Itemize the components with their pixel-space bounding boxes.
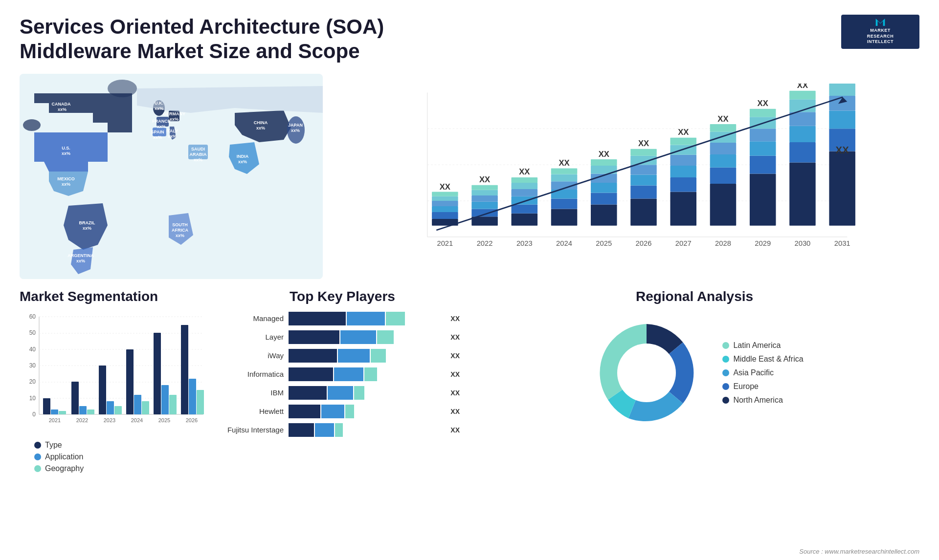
svg-rect-154 <box>169 395 177 414</box>
svg-rect-93 <box>750 108 776 117</box>
type-label: Type <box>45 441 62 450</box>
svg-text:XX: XX <box>836 145 850 155</box>
svg-rect-148 <box>126 349 134 414</box>
regional-analysis-section: Regional Analysis <box>470 289 919 474</box>
svg-rect-60 <box>591 204 617 225</box>
player-bar-segment <box>289 423 314 437</box>
player-bar <box>289 367 443 381</box>
svg-rect-68 <box>630 185 657 198</box>
legend-north-america: North America <box>722 396 803 405</box>
legend-asia-pacific: Asia Pacific <box>722 368 803 377</box>
svg-rect-100 <box>789 91 816 100</box>
europe-label: Europe <box>733 382 759 391</box>
saudi-label: SAUDI <box>191 147 205 151</box>
svg-rect-89 <box>750 155 776 173</box>
southafrica-label: SOUTH <box>172 222 188 227</box>
bottom-section: Market Segmentation 60 50 40 30 20 10 0 <box>20 289 919 474</box>
svg-text:xx%: xx% <box>62 182 70 187</box>
player-bar <box>289 330 443 344</box>
svg-rect-35 <box>432 201 458 206</box>
italy-label: ITALY <box>166 129 179 133</box>
svg-rect-144 <box>99 366 106 414</box>
player-name: Hewlett <box>225 407 284 415</box>
svg-text:60: 60 <box>29 313 36 320</box>
svg-text:xx%: xx% <box>238 159 247 164</box>
svg-text:XX: XX <box>678 128 689 137</box>
top-section: CANADA xx% U.S. xx% MEXICO xx% BRAZIL xx… <box>20 74 919 279</box>
legend-application: Application <box>34 452 215 461</box>
page-container: Services Oriented Architecture (SOA) Mid… <box>0 0 939 560</box>
logo-box: MARKET RESEARCH INTELLECT <box>841 15 919 49</box>
svg-rect-41 <box>471 202 498 209</box>
svg-text:2026: 2026 <box>636 239 652 247</box>
svg-rect-58 <box>551 168 578 174</box>
svg-rect-90 <box>750 141 776 156</box>
player-bar-segment <box>289 312 346 325</box>
middle-east-dot <box>722 356 729 363</box>
svg-rect-79 <box>670 138 696 145</box>
svg-rect-46 <box>512 214 538 226</box>
bar-chart-svg: 60 50 40 30 20 10 0 2021 2022 <box>20 312 205 434</box>
svg-text:xx%: xx% <box>76 258 85 263</box>
svg-text:XX: XX <box>638 139 649 148</box>
player-value: XX <box>450 370 460 378</box>
svg-rect-71 <box>630 155 657 164</box>
world-map-svg: CANADA xx% U.S. xx% MEXICO xx% BRAZIL xx… <box>20 74 323 279</box>
china-label: CHINA <box>254 120 268 125</box>
japan-label: JAPAN <box>288 123 303 128</box>
player-bar-segment <box>364 367 377 381</box>
geography-label: Geography <box>45 464 84 473</box>
logo-container: MARKET RESEARCH INTELLECT <box>841 15 919 49</box>
svg-rect-33 <box>432 212 458 219</box>
svg-text:xx%: xx% <box>168 134 177 139</box>
player-bar-segment <box>289 349 337 363</box>
player-bar-segment <box>377 330 394 344</box>
svg-rect-158 <box>197 390 204 414</box>
svg-rect-88 <box>750 173 776 225</box>
svg-text:2029: 2029 <box>755 239 771 247</box>
svg-text:xx%: xx% <box>170 117 179 122</box>
svg-text:2028: 2028 <box>715 239 731 247</box>
svg-text:xx%: xx% <box>291 128 300 133</box>
svg-rect-69 <box>630 174 657 185</box>
player-row: InformaticaXX <box>225 367 460 381</box>
player-row: IBMXX <box>225 386 460 400</box>
svg-rect-150 <box>142 401 149 414</box>
svg-rect-61 <box>591 193 617 204</box>
header: Services Oriented Architecture (SOA) Mid… <box>20 15 919 64</box>
player-bar-segment <box>354 386 364 400</box>
svg-rect-145 <box>107 401 114 414</box>
player-value: XX <box>450 389 460 397</box>
svg-rect-137 <box>51 409 58 414</box>
player-bar-segment <box>338 349 370 363</box>
player-name: Layer <box>225 333 284 341</box>
svg-rect-138 <box>59 411 66 414</box>
svg-text:xx%: xx% <box>58 107 67 112</box>
svg-rect-153 <box>161 385 169 414</box>
svg-rect-51 <box>512 177 538 183</box>
svg-text:xx%: xx% <box>157 124 166 129</box>
player-bar-segment <box>328 386 353 400</box>
svg-text:AFRICA: AFRICA <box>172 228 188 233</box>
svg-text:2026: 2026 <box>186 417 198 423</box>
player-name: Fujitsu Interstage <box>225 426 284 434</box>
player-bar-segment <box>289 330 339 344</box>
player-bar <box>289 349 443 363</box>
legend-latin-america: Latin America <box>722 341 803 350</box>
svg-text:2025: 2025 <box>158 417 170 423</box>
chart-legend: Type Application Geography <box>20 441 215 473</box>
player-bar-segment <box>315 423 334 437</box>
svg-rect-74 <box>670 192 696 225</box>
player-bar <box>289 405 443 418</box>
svg-rect-142 <box>87 409 94 414</box>
svg-rect-49 <box>512 189 538 196</box>
svg-text:2022: 2022 <box>477 239 493 247</box>
svg-text:10: 10 <box>29 395 36 402</box>
player-name: Informatica <box>225 370 284 378</box>
north-america-label: North America <box>733 396 782 405</box>
market-segmentation-title: Market Segmentation <box>20 289 215 304</box>
svg-rect-146 <box>114 406 122 414</box>
svg-text:xx%: xx% <box>153 135 162 140</box>
player-value: XX <box>450 408 460 415</box>
player-bar-segment <box>347 312 385 325</box>
